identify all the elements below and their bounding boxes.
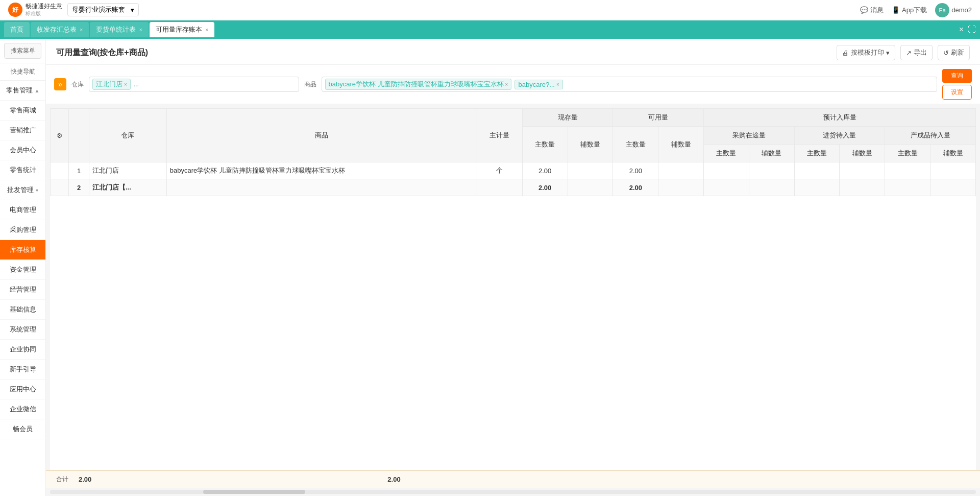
th-available-qty: 可用量 (613, 109, 704, 127)
tab-close-order[interactable]: × (139, 27, 142, 33)
phone-icon: 📱 (892, 6, 900, 14)
warehouse-tag-close[interactable]: × (124, 82, 127, 87)
app-center-label: 应用中心 (10, 385, 36, 394)
warehouse-tag-container[interactable]: 江北门店 × ... (89, 77, 299, 92)
th-production-pending: 产成品待入量 (885, 127, 976, 145)
row1-warehouse: 江北门店 (89, 162, 167, 179)
filter-more-btn[interactable]: ... (134, 81, 139, 88)
th-main-unit: 主计量 (477, 109, 522, 162)
product-tag-close-2[interactable]: × (556, 82, 559, 87)
sidebar-quick-nav[interactable]: 快捷导航 (0, 63, 45, 81)
export-button[interactable]: ↗ 导出 (900, 45, 933, 60)
sidebar-item-vip-member[interactable]: 畅会员 (0, 419, 45, 439)
message-icon: 💬 (860, 6, 868, 14)
sidebar-item-retail-mall[interactable]: 零售商城 (0, 101, 45, 121)
row1-product: babycare学饮杯 儿童防摔防撞吸管杯重力球吸嘴杯宝宝水杯 (166, 162, 477, 179)
printer-icon: 🖨 (842, 49, 849, 57)
export-label: 导出 (914, 48, 927, 57)
sidebar-item-new-guide[interactable]: 新手引导 (0, 360, 45, 380)
logo-icon: 好 (8, 3, 22, 17)
sidebar-item-inventory[interactable]: 库存核算 (0, 240, 45, 260)
scrollbar-container (46, 488, 980, 496)
product-filter-label: 商品 (304, 80, 316, 89)
sidebar-item-retail-mgmt[interactable]: 零售管理 ▲ (0, 81, 45, 101)
industry-selector[interactable]: 母婴行业演示账套 ▾ (67, 3, 139, 16)
tab-close-inventory[interactable]: × (205, 27, 208, 33)
sidebar-item-ecommerce[interactable]: 电商管理 (0, 200, 45, 220)
scroll-thumb[interactable] (203, 490, 305, 494)
product-tag-close-1[interactable]: × (505, 82, 508, 87)
query-button[interactable]: 查询 (942, 69, 972, 83)
new-guide-label: 新手引导 (10, 365, 36, 374)
industry-label: 母婴行业演示账套 (72, 5, 125, 14)
row1-current-main: 2.00 (522, 162, 568, 179)
print-button[interactable]: 🖨 按模板打印 ▾ (837, 45, 895, 60)
sidebar-item-operations[interactable]: 经营管理 (0, 280, 45, 300)
warehouse-tag-text: 江北门店 (96, 80, 122, 89)
filter-expand-button[interactable]: » (54, 78, 66, 90)
row2-available-aux (658, 179, 704, 196)
row1-inbound-aux (840, 162, 885, 179)
refresh-icon: ↺ (943, 49, 949, 57)
sidebar-item-purchase[interactable]: 采购管理 (0, 220, 45, 240)
sidebar-item-enterprise[interactable]: 企业协同 (0, 340, 45, 360)
sidebar-item-system[interactable]: 系统管理 (0, 320, 45, 340)
row2-index: 2 (69, 179, 89, 196)
row1-main-unit: 个 (477, 162, 522, 179)
row2-inbound-main (794, 179, 840, 196)
tab-available-inventory[interactable]: 可用量库存账本 × (150, 22, 214, 37)
row1-inbound-main (794, 162, 840, 179)
refresh-button[interactable]: ↺ 刷新 (938, 45, 970, 60)
search-menu-button[interactable]: 搜索菜单 (4, 43, 41, 59)
sidebar-item-basic-info[interactable]: 基础信息 (0, 300, 45, 320)
ecommerce-label: 电商管理 (10, 205, 36, 215)
tab-home[interactable]: 首页 (4, 22, 30, 37)
product-tag-text-2: babycare?... (518, 81, 555, 88)
app-download-button[interactable]: 📱 App下载 (892, 6, 927, 15)
row2-production-main (885, 179, 930, 196)
tab-receipt-summary[interactable]: 收发存汇总表 × (31, 22, 89, 37)
filter-actions: 查询 设置 (942, 69, 972, 100)
inventory-label: 库存核算 (10, 245, 36, 254)
chevron-down-print: ▾ (886, 49, 890, 57)
available-inventory-label: 可用量库存账本 (156, 25, 202, 34)
table-row: 1 江北门店 babycare学饮杯 儿童防摔防撞吸管杯重力球吸嘴杯宝宝水杯 个… (51, 162, 976, 179)
sidebar-item-marketing[interactable]: 营销推广 (0, 121, 45, 140)
sidebar-item-enterprise-wechat[interactable]: 企业微信 (0, 399, 45, 419)
th-inbound-main: 主数量 (794, 145, 840, 162)
tab-close-all-button[interactable]: × (959, 25, 964, 34)
product-tag-container[interactable]: babycare学饮杯 儿童防摔防撞吸管杯重力球吸嘴杯宝宝水杯 × babyca… (322, 77, 938, 92)
tab-fullscreen-button[interactable]: ⛶ (968, 25, 976, 34)
th-production-main: 主数量 (885, 145, 930, 162)
tab-order-stats[interactable]: 要货单统计表 × (90, 22, 148, 37)
wholesale-mgmt-label: 批发管理 (7, 185, 34, 195)
th-gear: ⚙ (51, 109, 69, 162)
marketing-label: 营销推广 (10, 126, 36, 135)
product-tag-1: babycare学饮杯 儿童防摔防撞吸管杯重力球吸嘴杯宝宝水杯 × (325, 79, 512, 90)
th-current-aux-qty: 辅数量 (568, 127, 613, 162)
chevron-down-icon: ▾ (131, 6, 134, 14)
message-button[interactable]: 💬 消息 (860, 6, 884, 15)
message-label: 消息 (870, 6, 884, 15)
vip-member-label: 畅会员 (13, 424, 33, 434)
sidebar-item-retail-stats[interactable]: 零售统计 (0, 160, 45, 180)
footer-label: 合计 (56, 475, 68, 484)
user-area[interactable]: Ea demo2 (935, 3, 972, 17)
page-actions: 🖨 按模板打印 ▾ ↗ 导出 ↺ 刷新 (837, 45, 970, 60)
sidebar-item-wholesale-mgmt[interactable]: 批发管理 ▾ (0, 180, 45, 200)
sidebar-item-app-center[interactable]: 应用中心 (0, 380, 45, 399)
retail-mall-label: 零售商城 (10, 106, 36, 115)
table-container: ⚙ 仓库 商品 主计量 现存量 可用量 预计入库量 主数量 辅数量 主数量 辅数… (50, 108, 976, 470)
top-bar-left: 好 畅捷通好生意 标准版 母婴行业演示账套 ▾ (8, 3, 139, 17)
tab-close-receipt[interactable]: × (80, 27, 83, 33)
page-header: 可用量查询(按仓库+商品) 🖨 按模板打印 ▾ ↗ 导出 ↺ 刷新 (46, 39, 980, 65)
settings-button[interactable]: 设置 (942, 85, 972, 100)
operations-label: 经营管理 (10, 285, 36, 294)
sidebar-item-finance[interactable]: 资金管理 (0, 260, 45, 280)
purchase-label: 采购管理 (10, 225, 36, 234)
th-inbound-aux: 辅数量 (840, 145, 885, 162)
sidebar-item-member-center[interactable]: 会员中心 (0, 140, 45, 160)
order-stats-label: 要货单统计表 (96, 25, 136, 34)
logo-text-block: 畅捷通好生意 标准版 (26, 3, 62, 17)
footer-current-total: 2.00 (79, 476, 91, 483)
